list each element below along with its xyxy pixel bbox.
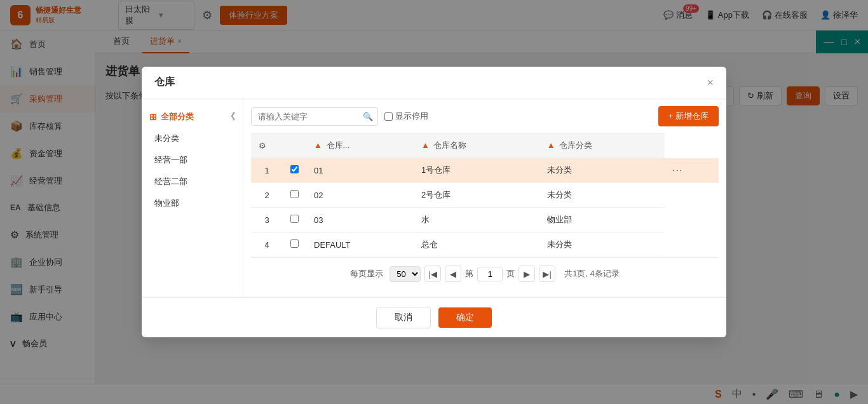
- show-disabled-checkbox[interactable]: [384, 112, 393, 121]
- row-actions[interactable]: ···: [665, 158, 719, 183]
- modal-overlay: 仓库 × ⊞ 全部分类 《 未分类 经营一部 经营二部 物业部: [0, 0, 868, 404]
- add-warehouse-btn[interactable]: + 新增仓库: [658, 106, 719, 126]
- row-category: 未分类: [539, 232, 665, 257]
- row-code: 02: [306, 183, 414, 208]
- modal-title: 仓库: [154, 76, 175, 89]
- table-row[interactable]: 2 02 2号仓库 未分类: [251, 183, 719, 208]
- th-checkbox: [283, 133, 306, 158]
- table-area: 🔍 显示停用 + 新增仓库 ⚙: [243, 98, 726, 297]
- row-category: 未分类: [539, 158, 665, 183]
- row-name: 水: [414, 208, 539, 232]
- row-index: 2: [251, 183, 283, 208]
- page-label: 第: [465, 268, 473, 279]
- warehouse-modal: 仓库 × ⊞ 全部分类 《 未分类 经营一部 经营二部 物业部: [142, 67, 726, 337]
- table-toolbar: 🔍 显示停用 + 新增仓库: [251, 106, 719, 126]
- category-item-dept2[interactable]: 经营二部: [142, 171, 243, 192]
- category-sidebar: ⊞ 全部分类 《 未分类 经营一部 经营二部 物业部: [142, 98, 243, 297]
- row-name: 2号仓库: [414, 183, 539, 208]
- row-checkbox[interactable]: [283, 232, 306, 257]
- collapse-icon[interactable]: 《: [226, 111, 235, 123]
- row-category: 未分类: [539, 183, 665, 208]
- cancel-btn[interactable]: 取消: [376, 307, 431, 328]
- row-index: 1: [251, 158, 283, 183]
- row-code: 01: [306, 158, 414, 183]
- row-checkbox[interactable]: [283, 183, 306, 208]
- show-disabled-label[interactable]: 显示停用: [384, 111, 428, 122]
- pagination: 每页显示 50 |◀ ◀ 第 页 ▶ ▶| 共1页, 4条记录: [251, 257, 719, 290]
- page-number-input[interactable]: [477, 267, 503, 281]
- row-code: 03: [306, 208, 414, 232]
- search-wrap: 🔍: [251, 107, 378, 126]
- table-scroll: ⚙ ▲ 仓库... ▲ 仓库名称: [251, 133, 719, 257]
- last-page-btn[interactable]: ▶|: [539, 266, 555, 282]
- modal-footer: 取消 确定: [142, 297, 726, 337]
- row-code: DEFAULT: [306, 232, 414, 257]
- grid-icon: ⊞: [149, 112, 157, 122]
- table-row[interactable]: 1 01 1号仓库 未分类 ···: [251, 158, 719, 183]
- page-unit: 页: [506, 268, 515, 279]
- modal-header: 仓库 ×: [142, 67, 726, 98]
- category-item-dept1[interactable]: 经营一部: [142, 149, 243, 171]
- prev-page-btn[interactable]: ◀: [445, 266, 461, 282]
- per-page-label: 每页显示: [350, 268, 383, 279]
- row-index: 3: [251, 208, 283, 232]
- th-code: ▲ 仓库...: [306, 133, 414, 158]
- row-name: 总仓: [414, 232, 539, 257]
- row-index: 4: [251, 232, 283, 257]
- search-icon[interactable]: 🔍: [363, 112, 373, 121]
- warehouse-table: ⚙ ▲ 仓库... ▲ 仓库名称: [251, 133, 719, 257]
- first-page-btn[interactable]: |◀: [424, 266, 441, 282]
- next-page-btn[interactable]: ▶: [519, 266, 535, 282]
- search-input[interactable]: [251, 107, 378, 126]
- per-page-select[interactable]: 50: [390, 266, 421, 282]
- th-name: ▲ 仓库名称: [414, 133, 539, 158]
- category-all[interactable]: ⊞ 全部分类 《: [142, 106, 243, 128]
- row-category: 物业部: [539, 208, 665, 232]
- modal-close-btn[interactable]: ×: [707, 77, 714, 88]
- modal-body: ⊞ 全部分类 《 未分类 经营一部 经营二部 物业部 🔍: [142, 98, 726, 297]
- category-item-property[interactable]: 物业部: [142, 192, 243, 214]
- th-category: ▲ 仓库分类: [539, 133, 665, 158]
- category-item-unclassified[interactable]: 未分类: [142, 128, 243, 149]
- row-checkbox[interactable]: [283, 208, 306, 232]
- confirm-btn[interactable]: 确定: [438, 307, 492, 328]
- row-checkbox[interactable]: [283, 158, 306, 183]
- table-row[interactable]: 4 DEFAULT 总仓 未分类: [251, 232, 719, 257]
- page-total: 共1页, 4条记录: [564, 268, 620, 279]
- th-settings[interactable]: ⚙: [251, 133, 283, 158]
- row-name: 1号仓库: [414, 158, 539, 183]
- table-row[interactable]: 3 03 水 物业部: [251, 208, 719, 232]
